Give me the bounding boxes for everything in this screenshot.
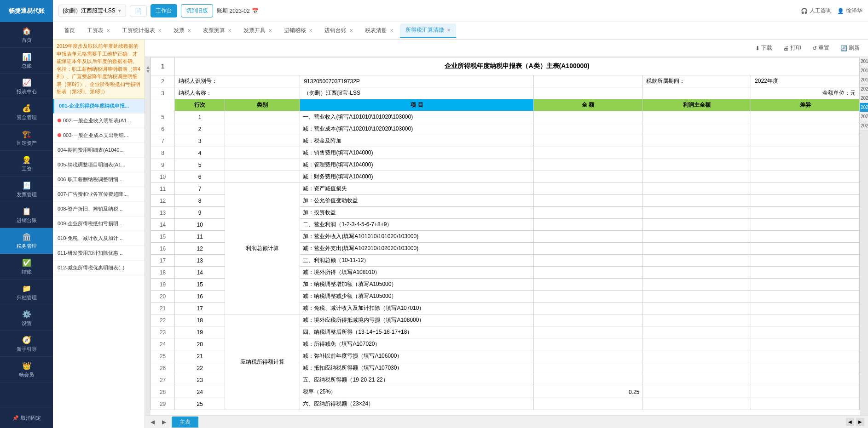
- sidebar-item-guide[interactable]: 🧭新手引导: [0, 331, 53, 357]
- sidebar-item-member[interactable]: 👑畅会员: [0, 357, 53, 382]
- val-e-2[interactable]: [642, 123, 751, 135]
- val-f-12[interactable]: [751, 243, 860, 255]
- val-f-6[interactable]: [751, 171, 860, 183]
- val-f-16[interactable]: [751, 291, 860, 302]
- val-f-21[interactable]: [751, 350, 860, 362]
- sidebar-item-home[interactable]: 🏠首页: [0, 22, 53, 48]
- refresh-btn[interactable]: 🔄 刷新: [838, 42, 862, 54]
- tab-close-income_tax[interactable]: ✕: [447, 28, 451, 33]
- sidebar-item-ledger[interactable]: 📊总账: [0, 48, 53, 74]
- val-e-10[interactable]: [642, 219, 751, 231]
- year-nav-2016[interactable]: 2016: [860, 66, 868, 75]
- val-d-16[interactable]: [534, 291, 642, 302]
- form-item-006[interactable]: 006-职工薪酬纳税调整明细...: [53, 172, 145, 187]
- nav-tab-payroll_stat[interactable]: 工资统计报表✕: [116, 24, 167, 37]
- tab-close-payroll_stat[interactable]: ✕: [158, 28, 162, 33]
- val-d-21[interactable]: [534, 350, 642, 362]
- user-service[interactable]: 🎧 人工咨询: [801, 7, 832, 15]
- nav-tab-payroll[interactable]: 工资表✕: [81, 24, 116, 37]
- val-f-22[interactable]: [751, 362, 860, 374]
- val-e-13[interactable]: [642, 255, 751, 267]
- sidebar-item-settings[interactable]: ⚙️设置: [0, 305, 53, 331]
- sidebar-item-assets[interactable]: 🏗️固定资产: [0, 125, 53, 151]
- val-e-1[interactable]: [642, 111, 751, 123]
- sidebar-item-reports[interactable]: 📈报表中心: [0, 74, 53, 99]
- year-nav-2019[interactable]: 2019: [860, 57, 868, 66]
- form-item-011[interactable]: 011-研发费用加计扣除优惠...: [53, 246, 145, 261]
- sheet-tab-main[interactable]: 主表: [172, 417, 198, 428]
- val-e-5[interactable]: [642, 159, 751, 171]
- val-d-17[interactable]: [534, 302, 642, 314]
- val-d-2[interactable]: [534, 123, 642, 135]
- val-f-24[interactable]: [751, 386, 860, 398]
- val-d-25[interactable]: [534, 398, 642, 410]
- val-e-16[interactable]: [642, 291, 751, 302]
- val-f-25[interactable]: [751, 398, 860, 410]
- form-item-008[interactable]: 008-资产折旧、摊销及纳税...: [53, 202, 145, 217]
- tab-close-invoice_open[interactable]: ✕: [268, 28, 272, 33]
- val-f-9[interactable]: [751, 207, 860, 219]
- tab-close-tax_clear[interactable]: ✕: [390, 28, 393, 33]
- val-e-25[interactable]: [642, 398, 751, 410]
- val-d-20[interactable]: [534, 338, 642, 350]
- form-item-012[interactable]: 012-减免所得税优惠明细表(..): [53, 261, 145, 275]
- val-f-7[interactable]: [751, 183, 860, 195]
- val-f-4[interactable]: [751, 147, 860, 159]
- val-d-10[interactable]: [534, 219, 642, 231]
- nav-tab-home[interactable]: 首页: [58, 24, 81, 37]
- val-e-22[interactable]: [642, 362, 751, 374]
- val-e-9[interactable]: [642, 207, 751, 219]
- form-item-007[interactable]: 007-广告费和业务宣传费超降...: [53, 187, 145, 202]
- sidebar-item-sales[interactable]: 📋进销台账: [0, 202, 53, 228]
- reset-btn[interactable]: ↺ 重置: [810, 42, 832, 54]
- val-d-24[interactable]: 0.25: [534, 386, 642, 398]
- val-f-10[interactable]: [751, 219, 860, 231]
- year-nav-2020[interactable]: 2020: [860, 85, 868, 94]
- next-sheet-btn[interactable]: ▶: [160, 418, 168, 426]
- val-f-15[interactable]: [751, 279, 860, 291]
- val-f-3[interactable]: [751, 135, 860, 147]
- form-item-002[interactable]: 002-一般企业收入明细表(A1...: [53, 114, 145, 128]
- val-e-21[interactable]: [642, 350, 751, 362]
- val-e-3[interactable]: [642, 135, 751, 147]
- company-selector[interactable]: (勿删）江西服宝-LSS ▼: [58, 5, 126, 17]
- val-f-13[interactable]: [751, 255, 860, 267]
- sidebar-item-archive[interactable]: 📁归档管理: [0, 280, 53, 305]
- val-f-20[interactable]: [751, 338, 860, 350]
- nav-tab-sales_ledger[interactable]: 进销台账✕: [319, 24, 359, 37]
- val-e-11[interactable]: [642, 231, 751, 243]
- val-d-14[interactable]: [534, 267, 642, 279]
- val-d-5[interactable]: [534, 159, 642, 171]
- form-item-003[interactable]: 003-一般企业成本支出明细...: [53, 128, 145, 143]
- nav-tab-invoice_list[interactable]: 发票✕: [168, 24, 197, 37]
- tab-close-invoice_list[interactable]: ✕: [187, 28, 191, 33]
- val-d-6[interactable]: [534, 171, 642, 183]
- val-d-15[interactable]: [534, 279, 642, 291]
- val-d-9[interactable]: [534, 207, 642, 219]
- year-nav-2023[interactable]: 2023: [860, 112, 868, 121]
- val-f-5[interactable]: [751, 159, 860, 171]
- val-f-11[interactable]: [751, 231, 860, 243]
- sidebar-item-fund[interactable]: 💰资金管理: [0, 99, 53, 125]
- val-d-23[interactable]: [534, 374, 642, 386]
- val-e-17[interactable]: [642, 302, 751, 314]
- val-e-7[interactable]: [642, 183, 751, 195]
- val-d-18[interactable]: [534, 314, 642, 326]
- print-btn[interactable]: 📄: [130, 5, 147, 17]
- nav-tab-sales_check[interactable]: 进销稽核✕: [278, 24, 318, 37]
- val-e-24[interactable]: [642, 386, 751, 398]
- sheet-content[interactable]: 1企业所得税年度纳税申报表（A类）主表(A100000)2纳税人识别号：9132…: [150, 57, 860, 415]
- year-nav-2021[interactable]: 2021: [860, 94, 868, 103]
- val-e-4[interactable]: [642, 147, 751, 159]
- prev-sheet-btn[interactable]: ◀: [149, 418, 156, 426]
- val-d-11[interactable]: [534, 231, 642, 243]
- scroll-left-btn[interactable]: ◀: [846, 418, 854, 426]
- val-d-22[interactable]: [534, 362, 642, 374]
- val-e-23[interactable]: [642, 374, 751, 386]
- year-nav-2022[interactable]: 2022: [860, 103, 868, 112]
- val-f-14[interactable]: [751, 267, 860, 279]
- val-f-17[interactable]: [751, 302, 860, 314]
- val-e-8[interactable]: [642, 195, 751, 207]
- workbench-btn[interactable]: 工作台: [150, 4, 177, 17]
- val-d-7[interactable]: [534, 183, 642, 195]
